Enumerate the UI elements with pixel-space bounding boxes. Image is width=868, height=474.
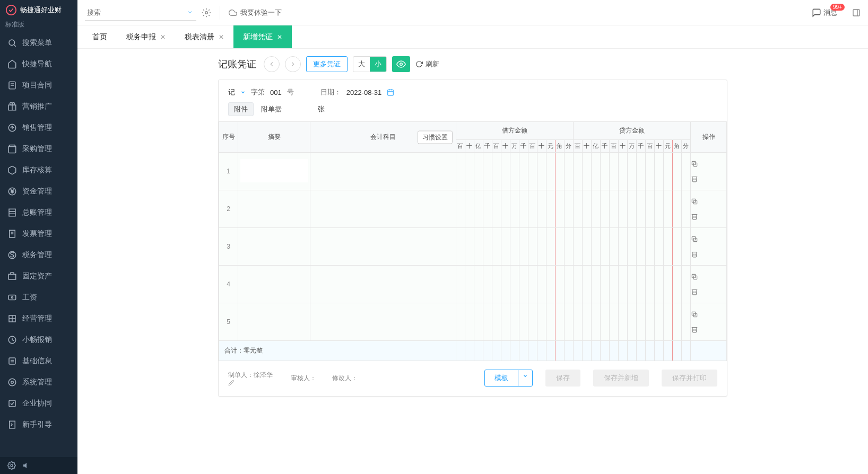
refresh-button[interactable]: 刷新 (415, 59, 439, 69)
digit-cell[interactable] (609, 153, 618, 190)
digit-cell[interactable] (474, 153, 483, 190)
digit-cell[interactable] (501, 228, 510, 266)
digit-cell[interactable] (618, 228, 627, 266)
digit-cell[interactable] (663, 190, 672, 228)
digit-cell[interactable] (528, 303, 537, 341)
digit-cell[interactable] (456, 153, 465, 190)
digit-cell[interactable] (519, 266, 528, 303)
digit-cell[interactable] (654, 266, 663, 303)
sidebar-item-4[interactable]: 销售管理 (0, 117, 77, 138)
account-cell[interactable] (310, 266, 456, 303)
digit-cell[interactable] (474, 190, 483, 228)
size-large-button[interactable]: 大 (353, 57, 370, 72)
digit-cell[interactable] (627, 228, 636, 266)
summary-cell[interactable] (238, 266, 310, 303)
digit-cell[interactable] (537, 153, 546, 190)
volume-icon[interactable] (22, 461, 31, 470)
digit-cell[interactable] (510, 303, 519, 341)
more-vouchers-button[interactable]: 更多凭证 (306, 56, 348, 72)
voucher-type-dropdown[interactable] (240, 90, 246, 95)
digit-cell[interactable] (465, 228, 474, 266)
digit-cell[interactable] (645, 303, 654, 341)
voucher-number[interactable]: 001 (270, 89, 282, 96)
digit-cell[interactable] (510, 228, 519, 266)
digit-cell[interactable] (600, 266, 609, 303)
sidebar-item-9[interactable]: 发票管理 (0, 223, 77, 244)
digit-cell[interactable] (636, 266, 645, 303)
digit-cell[interactable] (456, 266, 465, 303)
digit-cell[interactable] (636, 153, 645, 190)
digit-cell[interactable] (519, 190, 528, 228)
digit-cell[interactable] (654, 190, 663, 228)
sidebar-item-12[interactable]: 工资 (0, 287, 77, 308)
digit-cell[interactable] (456, 228, 465, 266)
digit-cell[interactable] (474, 228, 483, 266)
sidebar-item-11[interactable]: 固定资产 (0, 266, 77, 287)
account-cell[interactable] (310, 153, 456, 190)
digit-cell[interactable] (636, 303, 645, 341)
digit-cell[interactable] (627, 266, 636, 303)
digit-cell[interactable] (681, 303, 690, 341)
digit-cell[interactable] (600, 228, 609, 266)
digit-cell[interactable] (672, 228, 681, 266)
digit-cell[interactable] (663, 266, 672, 303)
attachment-button[interactable]: 附件 (228, 102, 254, 116)
digit-cell[interactable] (636, 190, 645, 228)
digit-cell[interactable] (510, 153, 519, 190)
digit-cell[interactable] (582, 153, 591, 190)
chevron-down-icon[interactable] (187, 9, 193, 15)
try-link[interactable]: 我要体验一下 (229, 8, 282, 17)
digit-cell[interactable] (546, 303, 555, 341)
sidebar-item-14[interactable]: 小畅报销 (0, 329, 77, 350)
digit-cell[interactable] (627, 303, 636, 341)
tab-0[interactable]: 首页 (83, 25, 117, 48)
digit-cell[interactable] (618, 303, 627, 341)
tab-2[interactable]: 税表清册✕ (175, 25, 233, 48)
copy-row-icon[interactable] (691, 235, 726, 243)
digit-cell[interactable] (564, 303, 573, 341)
digit-cell[interactable] (609, 228, 618, 266)
digit-cell[interactable] (528, 228, 537, 266)
delete-row-icon[interactable] (691, 175, 726, 182)
copy-row-icon[interactable] (691, 160, 726, 168)
preview-button[interactable] (392, 56, 410, 72)
sidebar-item-5[interactable]: 采购管理 (0, 138, 77, 160)
digit-cell[interactable] (546, 190, 555, 228)
digit-cell[interactable] (501, 190, 510, 228)
digit-cell[interactable] (564, 153, 573, 190)
digit-cell[interactable] (519, 303, 528, 341)
digit-cell[interactable] (555, 153, 564, 190)
digit-cell[interactable] (627, 153, 636, 190)
digit-cell[interactable] (465, 303, 474, 341)
digit-cell[interactable] (492, 190, 501, 228)
digit-cell[interactable] (672, 190, 681, 228)
digit-cell[interactable] (681, 266, 690, 303)
summary-cell[interactable] (238, 190, 310, 228)
digit-cell[interactable] (537, 303, 546, 341)
digit-cell[interactable] (663, 303, 672, 341)
digit-cell[interactable] (573, 228, 582, 266)
digit-cell[interactable] (582, 228, 591, 266)
digit-cell[interactable] (456, 303, 465, 341)
digit-cell[interactable] (492, 303, 501, 341)
digit-cell[interactable] (672, 153, 681, 190)
digit-cell[interactable] (528, 266, 537, 303)
sidebar-item-3[interactable]: 营销推广 (0, 96, 77, 117)
digit-cell[interactable] (600, 303, 609, 341)
digit-cell[interactable] (573, 190, 582, 228)
digit-cell[interactable] (465, 190, 474, 228)
delete-row-icon[interactable] (691, 288, 726, 295)
digit-cell[interactable] (555, 228, 564, 266)
digit-cell[interactable] (474, 303, 483, 341)
template-dropdown-icon[interactable] (518, 370, 532, 386)
digit-cell[interactable] (555, 303, 564, 341)
digit-cell[interactable] (537, 266, 546, 303)
account-cell[interactable] (310, 228, 456, 266)
digit-cell[interactable] (492, 266, 501, 303)
digit-cell[interactable] (510, 190, 519, 228)
digit-cell[interactable] (591, 190, 600, 228)
digit-cell[interactable] (564, 228, 573, 266)
sidebar-item-18[interactable]: 新手引导 (0, 414, 77, 435)
digit-cell[interactable] (681, 153, 690, 190)
digit-cell[interactable] (465, 153, 474, 190)
